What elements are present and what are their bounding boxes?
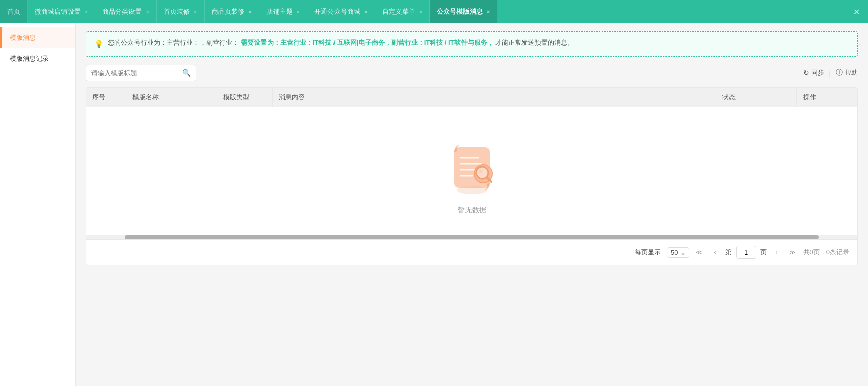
- first-page-button[interactable]: ≪: [693, 246, 705, 258]
- sidebar-item-template-msg[interactable]: 模版消息: [0, 27, 75, 48]
- nav-tab-home-decor-label: 首页装修: [164, 7, 190, 16]
- th-status: 状态: [716, 88, 797, 107]
- help-button[interactable]: ⓘ 帮助: [836, 68, 858, 78]
- sidebar-item-template-record[interactable]: 模版消息记录: [0, 48, 75, 69]
- toolbar: 🔍 ↻ 同步 | ⓘ 帮助: [86, 65, 858, 81]
- close-icon[interactable]: ×: [146, 9, 149, 15]
- nav-tab-store-theme-label: 店铺主题: [266, 7, 293, 16]
- th-index: 序号: [86, 88, 126, 107]
- th-action: 操作: [797, 88, 857, 107]
- toolbar-right: ↻ 同步 | ⓘ 帮助: [803, 68, 858, 78]
- empty-text: 暂无数据: [458, 206, 486, 215]
- nav-tab-shop-setting[interactable]: 微商城店铺设置 ×: [28, 0, 95, 23]
- nav-tab-custom-menu-label: 自定义菜单: [382, 7, 415, 16]
- horizontal-scrollbar[interactable]: [86, 235, 857, 239]
- nav-tab-open-mall[interactable]: 开通公众号商城 ×: [307, 0, 375, 23]
- th-type: 模版类型: [217, 88, 273, 107]
- nav-tab-category[interactable]: 商品分类设置 ×: [95, 0, 156, 23]
- main-layout: 模版消息 模版消息记录 💡 您的公众号行业为：主营行业：，副营行业： 需要设置为…: [0, 23, 868, 386]
- nav-tab-custom-menu[interactable]: 自定义菜单 ×: [375, 0, 430, 23]
- close-icon[interactable]: ×: [364, 9, 367, 15]
- sidebar-item-template-record-label: 模版消息记录: [10, 55, 49, 62]
- close-icon[interactable]: ×: [487, 9, 490, 15]
- prev-page-button[interactable]: ‹: [709, 246, 721, 258]
- nav-tab-home-decor[interactable]: 首页装修 ×: [157, 0, 205, 23]
- search-input[interactable]: [91, 69, 182, 77]
- nav-tab-shop-setting-label: 微商城店铺设置: [35, 7, 81, 16]
- sync-label: 同步: [811, 68, 824, 78]
- last-page-button[interactable]: ≫: [787, 246, 799, 258]
- close-icon[interactable]: ×: [248, 9, 251, 15]
- close-all-icon: ✕: [853, 7, 860, 17]
- nav-tab-template-msg[interactable]: 公众号模版消息 ×: [430, 0, 497, 23]
- empty-state: 暂无数据: [86, 107, 857, 235]
- th-name: 模版名称: [126, 88, 217, 107]
- page-di-label: 第: [725, 248, 732, 257]
- page-size-value: 50: [671, 249, 678, 256]
- th-content: 消息内容: [273, 88, 716, 107]
- nav-tab-open-mall-label: 开通公众号商城: [314, 7, 360, 16]
- page-number-input[interactable]: [736, 246, 756, 259]
- nav-tab-product-decor[interactable]: 商品页装修 ×: [205, 0, 259, 23]
- empty-illustration: [442, 137, 502, 198]
- close-icon[interactable]: ×: [194, 9, 197, 15]
- help-label: 帮助: [845, 68, 858, 78]
- scroll-thumb[interactable]: [125, 235, 819, 239]
- total-info: 共0页，0条记录: [803, 248, 849, 257]
- notice-text-after: 才能正常发送预置的消息。: [495, 39, 574, 46]
- table: 序号 模版名称 模版类型 消息内容 状态 操作: [86, 87, 858, 265]
- next-page-button[interactable]: ›: [771, 246, 783, 258]
- page-size-label: 每页显示: [635, 248, 661, 257]
- top-nav: 首页 微商城店铺设置 × 商品分类设置 × 首页装修 × 商品页装修 × 店铺主…: [0, 0, 868, 23]
- sync-button[interactable]: ↻ 同步: [803, 68, 824, 78]
- notice-box: 💡 您的公众号行业为：主营行业：，副营行业： 需要设置为：主营行业：IT科技 /…: [86, 31, 858, 57]
- table-header: 序号 模版名称 模版类型 消息内容 状态 操作: [86, 88, 857, 107]
- close-icon[interactable]: ×: [85, 9, 88, 15]
- search-box: 🔍: [86, 65, 196, 81]
- chevron-down-icon: ⌄: [680, 249, 686, 256]
- nav-tab-store-theme[interactable]: 店铺主题 ×: [259, 0, 307, 23]
- nav-tab-home[interactable]: 首页: [0, 0, 28, 23]
- notice-icon: 💡: [94, 38, 104, 50]
- notice-text-before: 您的公众号行业为：主营行业：，副营行业：: [108, 39, 239, 46]
- nav-tab-product-decor-label: 商品页装修: [212, 7, 244, 16]
- sync-icon: ↻: [803, 69, 809, 77]
- search-icon[interactable]: 🔍: [182, 69, 191, 77]
- svg-point-9: [479, 169, 483, 173]
- nav-tab-home-label: 首页: [7, 7, 20, 16]
- content-area: 💡 您的公众号行业为：主营行业：，副营行业： 需要设置为：主营行业：IT科技 /…: [76, 23, 868, 386]
- close-all-button[interactable]: ✕: [845, 0, 868, 23]
- page-unit-label: 页: [760, 248, 767, 257]
- nav-tab-category-label: 商品分类设置: [102, 7, 142, 16]
- sidebar-item-template-msg-label: 模版消息: [10, 34, 36, 41]
- close-icon[interactable]: ×: [419, 9, 422, 15]
- help-icon: ⓘ: [836, 68, 843, 78]
- close-icon[interactable]: ×: [297, 9, 300, 15]
- page-size-select[interactable]: 50 ⌄: [667, 247, 689, 258]
- nav-tab-template-msg-label: 公众号模版消息: [437, 7, 483, 16]
- sidebar: 模版消息 模版消息记录: [0, 23, 76, 386]
- notice-text-highlight: 需要设置为：主营行业：IT科技 / 互联网|电子商务，副营行业：IT科技 / I…: [241, 39, 494, 46]
- divider: |: [829, 69, 831, 77]
- pagination: 每页显示 50 ⌄ ≪ ‹ 第 页 › ≫ 共0页，0条记录: [86, 239, 857, 265]
- notice-text: 您的公众号行业为：主营行业：，副营行业： 需要设置为：主营行业：IT科技 / 互…: [108, 38, 574, 48]
